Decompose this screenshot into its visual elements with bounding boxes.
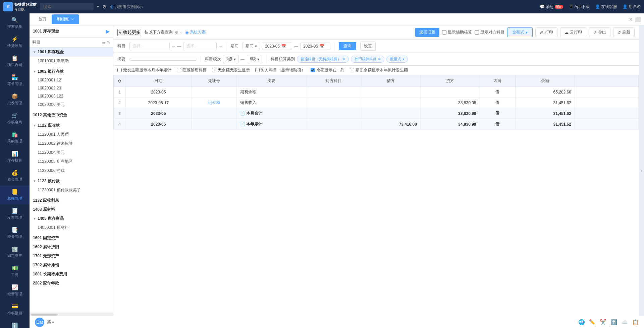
side-expand-btn[interactable]: ‹	[639, 25, 644, 316]
collapse-arrow-icon[interactable]: ‹	[180, 30, 182, 35]
refresh-btn[interactable]: ↺ 刷新	[613, 27, 635, 37]
show-aux-checkbox[interactable]: 显示辅助核算	[442, 29, 472, 35]
tree-item-1403[interactable]: 1403 原材料	[30, 205, 113, 214]
settings-icon[interactable]: ⚙	[102, 4, 107, 9]
tree-item-11220005[interactable]: 11220005 所在地区	[30, 157, 113, 166]
tree-item-1405[interactable]: ▼ 1405 库存商品	[30, 214, 113, 223]
system-plan-btn[interactable]: ◉ 系统方案	[185, 29, 206, 35]
sidebar-item-funds[interactable]: 💰 资金管理	[0, 166, 30, 185]
cb-no-balance-show-input[interactable]	[212, 68, 216, 72]
tree-item-10020002[interactable]: 10020002 23	[30, 84, 113, 92]
export-btn[interactable]: ↗ 导出	[589, 27, 610, 37]
tree-item-11220006[interactable]: 11220006 游戏	[30, 166, 113, 175]
return-old-btn[interactable]: 返回旧版	[415, 28, 439, 37]
level-from-select[interactable]: 1级 ▾	[223, 55, 239, 63]
period-end-picker[interactable]: 2023-05 📅	[300, 43, 330, 50]
sidebar-item-expense[interactable]: 💳 小畅报销	[0, 300, 30, 319]
show-contra-input[interactable]	[475, 30, 479, 35]
sidebar-item-operations[interactable]: 📈 经营管理	[0, 281, 30, 300]
tree-item-11220001[interactable]: 11220001 人民币	[30, 130, 113, 139]
sidebar-item-basic-info[interactable]: ℹ️ 基础信息	[0, 319, 30, 328]
subject-more-btn[interactable]: ···	[172, 44, 175, 49]
settings-btn[interactable]: 设置	[360, 42, 376, 51]
print-btn[interactable]: 🖨 打印	[535, 27, 557, 37]
tree-item-10010001[interactable]: 10010001 哟哟哟	[30, 57, 113, 66]
query-btn[interactable]: 查询	[339, 42, 356, 50]
tree-item-1001[interactable]: ▼ 1001 库存现金	[30, 48, 113, 57]
tag-quantity[interactable]: 数量式 ▾	[386, 56, 408, 63]
tree-item-11220004[interactable]: 11220004 美元	[30, 148, 113, 157]
cb-period-balance-input[interactable]	[350, 68, 354, 72]
tree-item-1002[interactable]: ▼ 1002 银行存款	[30, 67, 113, 76]
online-service-btn[interactable]: 👤 在线客服	[595, 4, 617, 10]
sidebar-item-invoice[interactable]: 🧾 发票管理	[0, 204, 30, 223]
sidebar-item-search[interactable]: 🔍 搜索菜单	[0, 13, 30, 32]
app-download-btn[interactable]: 📱 App下载	[569, 4, 590, 10]
clipboard-icon[interactable]: 📋	[632, 319, 639, 325]
tree-item-11220002[interactable]: 11220002 往来标签	[30, 139, 113, 148]
tree-item-1801[interactable]: 1801 长期待摊费用	[30, 270, 113, 279]
cb-contra-subject[interactable]: 对方科目（显示辅助项）	[255, 67, 305, 73]
tab-detail-close[interactable]: ✕	[71, 17, 74, 21]
tab-close-btn[interactable]: ✕	[629, 17, 633, 22]
subject-end-more-btn[interactable]: ···	[219, 44, 222, 49]
cb-no-balance-show[interactable]: 无余额无发生显示	[212, 67, 250, 73]
tree-item-14050001[interactable]: 14050001 原材料	[30, 223, 113, 232]
search-dropdown-icon[interactable]: ▾	[97, 4, 99, 9]
sidebar-item-ledger[interactable]: 📒 总账管理	[0, 185, 30, 204]
period-start-picker[interactable]: 2023-05 📅	[262, 43, 292, 50]
tag-normal-close[interactable]: ✕	[342, 57, 345, 61]
edit-icon-bar[interactable]: ✏️	[589, 319, 596, 325]
cb-no-balance-input[interactable]	[117, 68, 122, 72]
subject-input[interactable]: 选择...	[129, 42, 170, 50]
tab-restore-btn[interactable]: ⬜	[635, 17, 641, 22]
tab-detail[interactable]: 明细账 ✕	[52, 14, 79, 24]
cb-balance-one-col[interactable]: 余额显示在一列	[311, 67, 344, 73]
tree-item-1123[interactable]: ▼ 1123 预付款	[30, 177, 113, 186]
tree-item-1602[interactable]: 1602 累计折旧	[30, 243, 113, 252]
tag-normal[interactable]: 普通科目（无特殊核算） ✕	[297, 56, 349, 63]
cb-contra-subject-input[interactable]	[255, 68, 260, 72]
sidebar-item-wholesale[interactable]: 📦 批发管理	[0, 90, 30, 109]
sidebar-item-assets[interactable]: 🏢 固定资产	[0, 243, 30, 262]
amount-format-btn[interactable]: 金额式 ▾	[507, 27, 533, 37]
tree-item-1132[interactable]: 1132 应收利息	[30, 196, 113, 205]
tag-foreign-close[interactable]: ✕	[378, 57, 381, 61]
tree-item-1122[interactable]: ▼ 1122 应收款	[30, 121, 113, 130]
show-aux-input[interactable]	[442, 30, 446, 35]
user-avatar[interactable]: 👤 用户名	[623, 4, 641, 10]
tree-item-11230001[interactable]: 11230001 预付款款美子	[30, 186, 113, 195]
cloud-print-btn[interactable]: ☁ 云打印	[560, 27, 586, 37]
tab-home[interactable]: 首页	[33, 14, 52, 24]
list-icon[interactable]: ☰	[102, 40, 106, 45]
summary-input[interactable]	[129, 58, 197, 61]
level-to-select[interactable]: 6级 ▾	[247, 55, 263, 63]
account-nav-btn[interactable]: ▶	[106, 28, 110, 35]
cb-hide-disabled[interactable]: 隐藏禁用科目	[177, 67, 207, 73]
cb-period-balance[interactable]: 期初余额显示本年累计发生额	[350, 67, 408, 73]
eat-btn[interactable]: Eat	[35, 318, 44, 327]
tree-item-1601[interactable]: 1601 固定资产	[30, 234, 113, 243]
tree-item-10020003[interactable]: 10020003 122	[30, 92, 113, 100]
cut-icon[interactable]: ✂️	[600, 319, 606, 325]
accounts-scrollbar-h[interactable]	[30, 313, 113, 316]
tree-item-10020006[interactable]: 10020006 美元	[30, 100, 113, 109]
cb-balance-one-col-input[interactable]	[311, 68, 315, 72]
subject-end-input[interactable]: 选择...	[183, 42, 217, 50]
tree-item-10020001[interactable]: 10020001 12	[30, 76, 113, 84]
demo-link[interactable]: 我要看实例演示	[110, 4, 143, 10]
th-gear[interactable]: ⚙	[114, 75, 126, 87]
tree-item-1012[interactable]: 1012 其他货币资金	[30, 111, 113, 120]
tree-item-2202[interactable]: 2202 应付年款	[30, 279, 113, 288]
tag-foreign[interactable]: 外币核算科目 ✕	[351, 56, 384, 63]
period-type-select[interactable]: 期间 ▾	[243, 42, 260, 50]
sidebar-item-retail[interactable]: 🏪 零售管理	[0, 71, 30, 90]
cloud-icon[interactable]: ☁️	[621, 319, 628, 325]
sidebar-item-payroll[interactable]: 💵 工资	[0, 262, 30, 281]
sidebar-item-inventory[interactable]: 📊 库存核算	[0, 147, 30, 166]
tree-item-1701[interactable]: 1701 无形资产	[30, 252, 113, 261]
edit-icon[interactable]: ✎	[107, 40, 110, 45]
sidebar-item-purchase[interactable]: 🛍️ 采购管理	[0, 128, 30, 147]
sidebar-item-ecommerce[interactable]: 🛒 小畅电商	[0, 109, 30, 128]
tag-quantity-close[interactable]: ▾	[402, 57, 404, 61]
